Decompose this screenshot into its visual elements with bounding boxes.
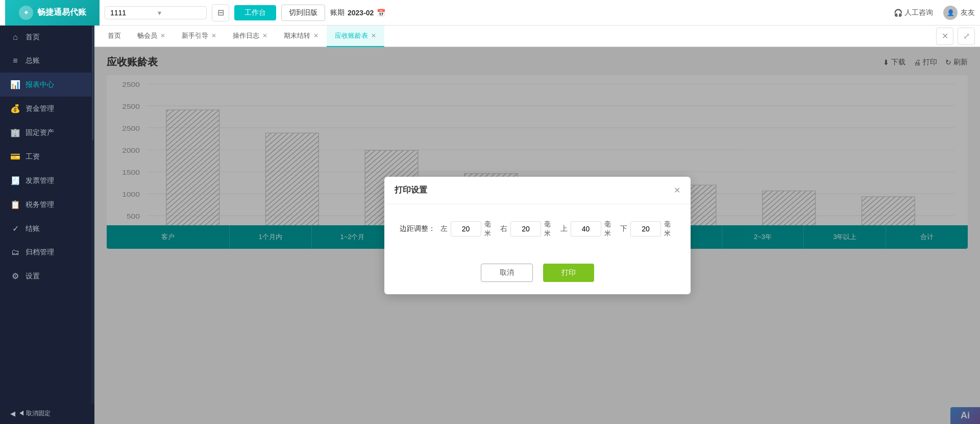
left-margin-group: 左 毫米 (440, 220, 496, 238)
avatar: 👤 (943, 6, 958, 20)
sidebar-item-assets[interactable]: 🏢 固定资产 (0, 121, 94, 145)
sidebar-item-funds[interactable]: 💰 资金管理 (0, 97, 94, 121)
company-selector[interactable]: 1111 ▾ (105, 6, 207, 19)
sidebar-item-archive[interactable]: 🗂 归档管理 (0, 241, 94, 264)
settings-icon: ⚙ (10, 271, 20, 281)
scroll-thumb[interactable] (92, 27, 93, 140)
headset-icon: 🎧 (894, 9, 902, 17)
tab-guide[interactable]: 新手引导 ✕ (174, 26, 225, 47)
top-margin-input[interactable] (571, 221, 601, 237)
workbench-button[interactable]: 工作台 (234, 5, 276, 20)
sidebar: ⌂ 首页 ≡ 总账 📊 报表中心 💰 资金管理 🏢 固定资产 💳 工资 🧾 发票… (0, 26, 94, 424)
top-label: 上 (560, 224, 568, 233)
bottom-margin-input[interactable] (630, 221, 661, 237)
confirm-print-button[interactable]: 打印 (543, 264, 594, 282)
close-tab-guide[interactable]: ✕ (211, 32, 216, 39)
close-tab-oplog[interactable]: ✕ (262, 32, 267, 39)
payroll-icon: 💳 (10, 152, 20, 161)
bottom-margin-group: 下 毫米 (620, 220, 675, 238)
sidebar-item-tax[interactable]: 📋 税务管理 (0, 193, 94, 217)
margin-settings-row: 边距调整： 左 毫米 右 毫米 (400, 220, 675, 238)
company-name: 1111 (110, 9, 154, 17)
dialog-body: 边距调整： 左 毫米 右 毫米 (384, 204, 691, 258)
close-tab-aging[interactable]: ✕ (371, 32, 376, 39)
reports-icon: 📊 (10, 80, 20, 89)
tab-home[interactable]: 首页 (100, 26, 129, 47)
right-margin-input[interactable] (510, 221, 541, 237)
close-all-tabs-button[interactable]: ✕ (936, 28, 953, 45)
archive-icon: 🗂 (10, 248, 20, 257)
collapse-sidebar-button[interactable]: ◀ ◀ 取消固定 (0, 403, 94, 424)
close-tab-closing[interactable]: ✕ (313, 32, 318, 39)
sidebar-item-home[interactable]: ⌂ 首页 (0, 26, 94, 49)
sidebar-item-reports[interactable]: 📊 报表中心 (0, 73, 94, 97)
tab-label-member: 畅会员 (137, 31, 157, 40)
sidebar-label-ledger: 总账 (26, 56, 40, 65)
tab-label-closing: 期末结转 (284, 31, 310, 40)
sidebar-item-ledger[interactable]: ≡ 总账 (0, 49, 94, 73)
top-unit: 毫米 (604, 220, 616, 238)
invoices-icon: 🧾 (10, 176, 20, 185)
page-content: 应收账龄表 ⬇ 下载 🖨 打印 ↻ 刷新 (94, 47, 980, 424)
header: ✦ 畅捷通易代账 1111 ▾ ⊟ 工作台 切到旧版 账期 2023-02 📅 … (0, 0, 980, 26)
home-icon: ⌂ (10, 33, 20, 42)
top-margin-group: 上 毫米 (560, 220, 616, 238)
period-label: 账期 (330, 8, 345, 17)
chevron-down-icon: ▾ (158, 9, 201, 17)
sidebar-item-payroll[interactable]: 💳 工资 (0, 145, 94, 169)
tabs-right-actions: ✕ ⤢ (936, 28, 975, 45)
right-unit: 毫米 (544, 220, 555, 238)
funds-icon: 💰 (10, 104, 20, 113)
cancel-button[interactable]: 取消 (481, 264, 533, 282)
left-unit: 毫米 (484, 220, 496, 238)
right-label: 右 (500, 224, 507, 233)
close-tab-member[interactable]: ✕ (160, 32, 165, 39)
maximize-tab-button[interactable]: ⤢ (958, 28, 975, 45)
closing-icon: ✓ (10, 224, 20, 233)
tab-member[interactable]: 畅会员 ✕ (129, 26, 174, 47)
collapse-label: ◀ 取消固定 (18, 409, 51, 418)
consult-button[interactable]: 🎧 人工咨询 (894, 8, 933, 17)
sidebar-label-invoices: 发票管理 (26, 176, 54, 185)
switch-version-button[interactable]: 切到旧版 (281, 5, 325, 21)
sidebar-label-funds: 资金管理 (26, 104, 54, 113)
sidebar-label-reports: 报表中心 (26, 80, 54, 89)
copy-icon[interactable]: ⊟ (212, 4, 229, 21)
assets-icon: 🏢 (10, 128, 20, 137)
tab-oplog[interactable]: 操作日志 ✕ (225, 26, 276, 47)
user-menu[interactable]: 👤 友友 (943, 6, 975, 20)
tab-label-home: 首页 (108, 31, 121, 40)
left-margin-input[interactable] (451, 221, 481, 237)
ledger-icon: ≡ (10, 56, 20, 65)
app-logo: ✦ 畅捷通易代账 (5, 0, 100, 26)
sidebar-label-home: 首页 (26, 33, 40, 42)
sidebar-label-assets: 固定资产 (26, 128, 54, 137)
dialog-title: 打印设置 (395, 185, 427, 196)
sidebar-label-tax: 税务管理 (26, 200, 54, 209)
dialog-close-button[interactable]: ✕ (674, 185, 680, 195)
tab-label-aging: 应收账龄表 (335, 31, 368, 40)
margin-label: 边距调整： (400, 224, 435, 233)
sidebar-item-settings[interactable]: ⚙ 设置 (0, 264, 94, 288)
bottom-unit: 毫米 (664, 220, 675, 238)
sidebar-item-closing[interactable]: ✓ 结账 (0, 217, 94, 241)
right-margin-group: 右 毫米 (500, 220, 555, 238)
left-label: 左 (440, 224, 448, 233)
sidebar-label-archive: 归档管理 (26, 248, 54, 257)
tab-aging[interactable]: 应收账龄表 ✕ (327, 26, 384, 47)
tab-closing[interactable]: 期末结转 ✕ (276, 26, 327, 47)
app-name: 畅捷通易代账 (37, 7, 86, 18)
main-content: 首页 畅会员 ✕ 新手引导 ✕ 操作日志 ✕ 期末结转 ✕ 应收账龄表 ✕ (94, 26, 980, 424)
sidebar-label-settings: 设置 (26, 272, 40, 281)
app-body: ⌂ 首页 ≡ 总账 📊 报表中心 💰 资金管理 🏢 固定资产 💳 工资 🧾 发票… (0, 26, 980, 424)
sidebar-item-invoices[interactable]: 🧾 发票管理 (0, 169, 94, 193)
period-info: 账期 2023-02 📅 (330, 8, 385, 17)
tax-icon: 📋 (10, 200, 20, 209)
period-value: 2023-02 (348, 9, 374, 17)
calendar-icon[interactable]: 📅 (377, 9, 385, 17)
dialog-overlay: 打印设置 ✕ 边距调整： 左 毫米 右 (94, 47, 980, 424)
collapse-icon: ◀ (10, 410, 15, 417)
sidebar-label-closing: 结账 (26, 224, 40, 233)
consult-label: 人工咨询 (904, 8, 933, 17)
header-right: 🎧 人工咨询 👤 友友 (894, 6, 975, 20)
